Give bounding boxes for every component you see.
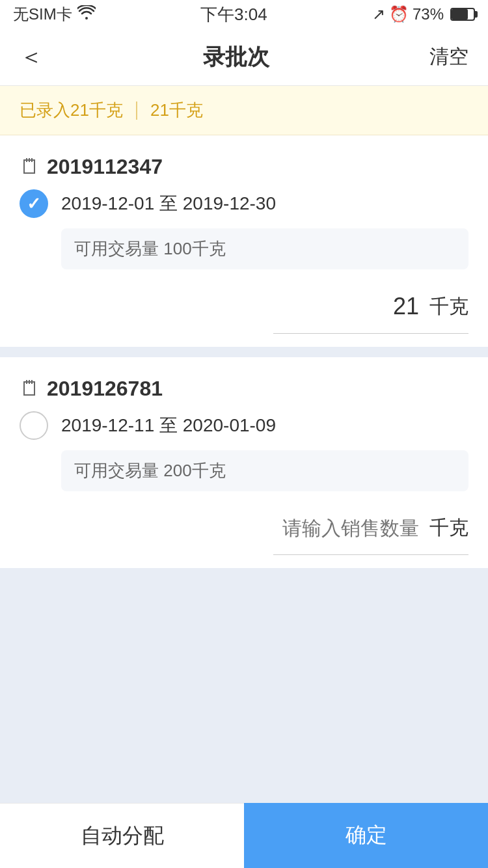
recorded-qty: 已录入21千克 bbox=[20, 99, 123, 122]
confirm-button[interactable]: 确定 bbox=[244, 803, 488, 868]
bottom-bar: 自动分配 确定 bbox=[0, 803, 488, 868]
batch-2-row: 2019-12-11 至 2020-01-09 bbox=[20, 411, 468, 440]
batch-1-quantity-value: 21 bbox=[393, 293, 419, 320]
batch-1-available: 可用交易量 100千克 bbox=[61, 228, 468, 269]
nav-bar: ＜ 录批次 清空 bbox=[0, 29, 488, 86]
section-divider-1 bbox=[0, 347, 488, 357]
batch-2-date: 2019-12-11 至 2020-01-09 bbox=[61, 413, 276, 438]
info-banner: 已录入21千克 21千克 bbox=[0, 86, 488, 135]
wifi-icon bbox=[77, 5, 96, 23]
batch-1-id: 2019112347 bbox=[47, 155, 163, 179]
alarm-icon: ⏰ bbox=[389, 5, 409, 23]
batch-2-quantity-row: 千克 bbox=[20, 504, 468, 554]
status-left: 无SIM卡 bbox=[13, 4, 96, 25]
status-time: 下午3:04 bbox=[200, 3, 267, 26]
clear-button[interactable]: 清空 bbox=[429, 44, 468, 70]
total-qty: 21千克 bbox=[150, 99, 203, 122]
batch-1-row: 2019-12-01 至 2019-12-30 bbox=[20, 189, 468, 218]
page-title: 录批次 bbox=[203, 42, 269, 72]
location-icon: ↗ bbox=[372, 5, 385, 23]
batch-1-header: 🗒 2019112347 bbox=[20, 155, 468, 179]
section-divider-2 bbox=[0, 568, 488, 828]
carrier-text: 无SIM卡 bbox=[13, 4, 72, 25]
status-bar: 无SIM卡 下午3:04 ↗ ⏰ 73% bbox=[0, 0, 488, 29]
auto-distribute-button[interactable]: 自动分配 bbox=[0, 803, 244, 868]
batch-card-2: 🗒 2019126781 2019-12-11 至 2020-01-09 可用交… bbox=[0, 357, 488, 568]
batch-1-date: 2019-12-01 至 2019-12-30 bbox=[61, 191, 276, 216]
battery-icon bbox=[450, 8, 475, 21]
main-content: 🗒 2019112347 2019-12-01 至 2019-12-30 可用交… bbox=[0, 135, 488, 868]
batch-card-1: 🗒 2019112347 2019-12-01 至 2019-12-30 可用交… bbox=[0, 135, 488, 347]
batch-1-unit: 千克 bbox=[429, 293, 468, 320]
batch-2-icon: 🗒 bbox=[20, 377, 40, 401]
info-banner-divider bbox=[136, 102, 137, 120]
battery-percent: 73% bbox=[413, 5, 444, 23]
back-button[interactable]: ＜ bbox=[20, 41, 43, 73]
batch-2-id: 2019126781 bbox=[47, 377, 163, 401]
batch-1-icon: 🗒 bbox=[20, 155, 40, 179]
batch-2-header: 🗒 2019126781 bbox=[20, 377, 468, 401]
batch-1-quantity-row: 21 千克 bbox=[20, 282, 468, 333]
batch-2-radio[interactable] bbox=[20, 411, 48, 440]
status-right: ↗ ⏰ 73% bbox=[372, 5, 475, 23]
batch-2-quantity-input[interactable] bbox=[224, 517, 419, 539]
batch-1-radio[interactable] bbox=[20, 189, 48, 218]
batch-2-available: 可用交易量 200千克 bbox=[61, 450, 468, 491]
batch-2-unit: 千克 bbox=[429, 515, 468, 541]
